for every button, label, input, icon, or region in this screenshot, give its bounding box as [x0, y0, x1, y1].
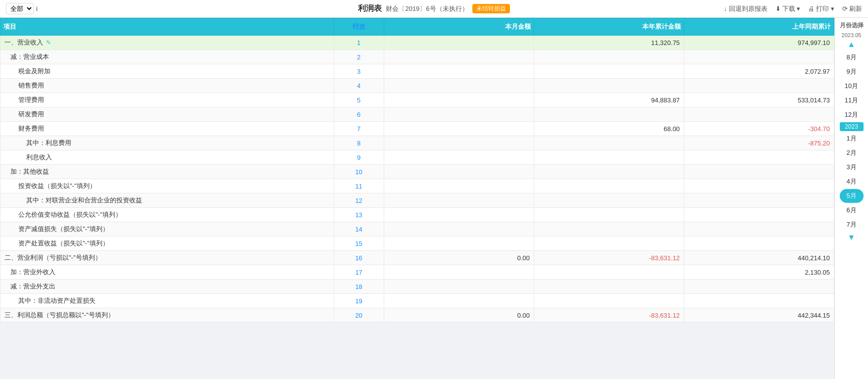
month-btn[interactable]: 9月	[840, 65, 864, 79]
month-btn[interactable]: 6月	[840, 203, 864, 217]
table-area: 项目 行次 本月金额 本年累计金额 上年同期累计 一、营业收入✎111,320.…	[0, 18, 834, 379]
table-row: 资产处置收益（损失以"-"填列）15	[0, 237, 834, 251]
cell-year	[534, 237, 684, 251]
cell-item: 减：营业外支出	[0, 280, 334, 294]
cell-row-num: 10	[334, 165, 384, 179]
month-selector: 月份选择 2023.05 ▲ 8月9月10月11月12月20231月2月3月4月…	[834, 18, 868, 379]
cell-item: 销售费用	[0, 79, 334, 93]
table-row: 财务费用768.00-304.70	[0, 122, 834, 136]
table-row: 销售费用4	[0, 79, 834, 93]
table-row: 其中：利息费用8-875.20	[0, 136, 834, 150]
month-btn[interactable]: 5月	[840, 189, 864, 203]
nav-down-icon[interactable]: ▼	[848, 234, 856, 241]
table-row: 加：营业外收入172,130.05	[0, 265, 834, 280]
month-btn[interactable]: 10月	[840, 79, 864, 93]
cell-month	[384, 165, 534, 179]
cell-row-num: 12	[334, 193, 384, 208]
scope-dropdown[interactable]: 全部	[6, 3, 34, 14]
page-title: 利润表	[358, 3, 382, 14]
cell-prev	[684, 150, 834, 165]
cell-prev: 442,344.15	[684, 308, 834, 323]
cell-item: 管理费用	[0, 93, 334, 107]
table-body: 一、营业收入✎111,320.75974,997.10减：营业成本2税金及附加3…	[0, 36, 834, 323]
cell-row-num: 20	[334, 308, 384, 323]
cell-month	[384, 222, 534, 237]
cell-row-num: 17	[334, 265, 384, 280]
cell-item: 一、营业收入✎	[0, 36, 334, 50]
month-btn[interactable]: 3月	[840, 160, 864, 174]
month-btn[interactable]: 11月	[840, 94, 864, 107]
cell-month	[384, 36, 534, 50]
table-row: 三、利润总额（亏损总额以"-"号填列）200.00-83,631.12442,3…	[0, 308, 834, 323]
cell-year: 94,883.87	[534, 93, 684, 107]
top-left-controls: 全部 ℹ	[6, 3, 38, 14]
cell-prev: -875.20	[684, 136, 834, 150]
months-container: 8月9月10月11月12月20231月2月3月4月5月6月7月	[840, 50, 864, 232]
cell-year: -83,631.12	[534, 251, 684, 265]
table-row: 加：其他收益10	[0, 165, 834, 179]
cell-row-num: 14	[334, 222, 384, 237]
cell-month	[384, 179, 534, 193]
cell-prev: 974,997.10	[684, 36, 834, 50]
header-item: 项目	[0, 18, 334, 36]
cell-month	[384, 50, 534, 64]
cell-item: 三、利润总额（亏损总额以"-"号填列）	[0, 308, 334, 323]
cell-month	[384, 237, 534, 251]
edit-icon[interactable]: ✎	[46, 39, 51, 46]
cell-prev	[684, 294, 834, 308]
nav-up-icon[interactable]: ▲	[848, 41, 856, 48]
download-icon: ⬇	[775, 5, 781, 12]
cell-year: -83,631.12	[534, 308, 684, 323]
header-prev: 上年同期累计	[684, 18, 834, 36]
cell-prev	[684, 222, 834, 237]
month-selector-year: 2023.05	[842, 31, 862, 39]
cell-prev: 533,014.73	[684, 93, 834, 107]
cell-month	[384, 265, 534, 280]
cell-month	[384, 122, 534, 136]
month-selector-title: 月份选择	[840, 20, 864, 31]
cell-month: 0.00	[384, 308, 534, 323]
cell-year: 68.00	[534, 122, 684, 136]
cell-item: 二、营业利润（亏损以"-"号填列）	[0, 251, 334, 265]
table-row: 税金及附加32,072.97	[0, 64, 834, 79]
month-btn[interactable]: 4月	[840, 175, 864, 189]
cell-item: 税金及附加	[0, 64, 334, 79]
header-row: 行次	[334, 18, 384, 36]
cell-row-num: 3	[334, 64, 384, 79]
month-btn[interactable]: 7月	[840, 218, 864, 232]
cell-row-num: 7	[334, 122, 384, 136]
refresh-button[interactable]: ⟳ 刷新	[842, 4, 862, 13]
cell-item: 公允价值变动收益（损失以"-"填列）	[0, 208, 334, 222]
cell-row-num: 19	[334, 294, 384, 308]
cell-month	[384, 93, 534, 107]
cell-item: 加：营业外收入	[0, 265, 334, 280]
cell-year	[534, 107, 684, 122]
table-row: 研发费用6	[0, 107, 834, 122]
print-button[interactable]: 🖨 打印 ▾	[808, 4, 834, 13]
cell-year	[534, 136, 684, 150]
month-btn[interactable]: 2月	[840, 146, 864, 160]
subtitle: 财会〔2019〕6号（未执行）	[386, 4, 468, 13]
cell-year	[534, 265, 684, 280]
cell-month	[384, 136, 534, 150]
refresh-icon: ⟳	[842, 5, 848, 12]
month-btn[interactable]: 12月	[840, 108, 864, 122]
cell-year	[534, 179, 684, 193]
cell-row-num: 18	[334, 280, 384, 294]
table-row: 其中：非流动资产处置损失19	[0, 294, 834, 308]
print-icon: 🖨	[808, 5, 815, 12]
cell-month	[384, 79, 534, 93]
back-button[interactable]: ↓ 回退到原报表	[724, 4, 767, 13]
main-container: 项目 行次 本月金额 本年累计金额 上年同期累计 一、营业收入✎111,320.…	[0, 18, 868, 379]
cell-item: 财务费用	[0, 122, 334, 136]
cell-item: 其中：非流动资产处置损失	[0, 294, 334, 308]
cell-prev	[684, 208, 834, 222]
cell-year	[534, 208, 684, 222]
cell-month	[384, 107, 534, 122]
download-button[interactable]: ⬇ ⬇ 下载 下载 ▾	[775, 4, 801, 13]
month-btn[interactable]: 1月	[840, 132, 864, 145]
status-badge[interactable]: 未结转损益	[472, 4, 510, 13]
month-btn[interactable]: 8月	[840, 50, 864, 64]
cell-prev: 2,072.97	[684, 64, 834, 79]
table-row: 其中：对联营企业和合营企业的投资收益12	[0, 193, 834, 208]
